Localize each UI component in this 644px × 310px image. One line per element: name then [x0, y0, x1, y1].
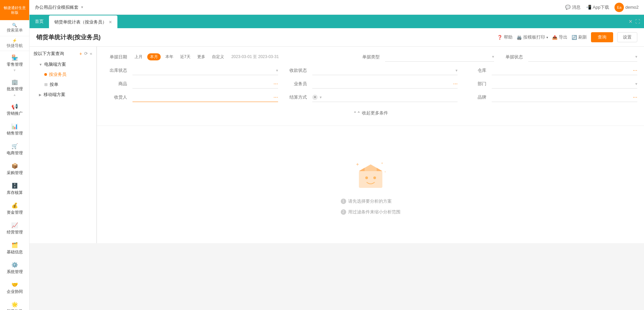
tree-arrow-mobile: ▶ [39, 93, 42, 97]
window-maximize-btn[interactable]: ⛶ [635, 19, 640, 24]
inventory-label: 库存核算 [7, 190, 23, 196]
svg-rect-0 [359, 171, 382, 188]
svg-point-5 [373, 176, 376, 179]
newbie-icon: 🌟 [11, 301, 18, 308]
operation-icon: 📈 [11, 222, 18, 228]
doc-status-dropdown-icon: ▾ [635, 54, 637, 59]
out-status-label: 出库状态 [104, 67, 127, 73]
sidebar-item-retail[interactable]: 🏪 零售管理 ▼ [0, 51, 29, 75]
active-dot-salesperson [44, 73, 47, 76]
tree-item-mobile[interactable]: ▶ 移动端方案 [30, 90, 96, 100]
tab-home[interactable]: 首页 [30, 15, 49, 28]
topbar-title: 办公用品行业模拟账套 [35, 4, 78, 10]
date-tab-lastmonth[interactable]: 上月 [132, 53, 145, 60]
settle-control[interactable]: ✕ ▾ [312, 93, 458, 102]
brand-dots[interactable]: ··· [633, 94, 637, 100]
goods-control[interactable]: ··· [132, 79, 278, 89]
date-tab-thisyear[interactable]: 本年 [163, 53, 175, 60]
app-download-button[interactable]: 📲 App下载 [586, 4, 609, 10]
sidebar-logo: 畅捷通好生意 标版 [0, 0, 29, 20]
warehouse-dots[interactable]: ··· [633, 67, 637, 73]
query-button[interactable]: 查询 [591, 32, 613, 42]
tree-item-by-order[interactable]: ⊞ 按单 [30, 80, 96, 90]
user-menu[interactable]: Ea demo2 [614, 3, 639, 12]
tree-item-by-salesperson[interactable]: 按业务员 [30, 69, 96, 80]
sidebar-item-finance[interactable]: 💰 资金管理 [0, 199, 29, 219]
date-tab-thismonth[interactable]: 本月 [147, 53, 161, 60]
sidebar-item-operation[interactable]: 📈 经营管理 [0, 219, 29, 239]
window-buttons: ✕ ⛶ [629, 19, 644, 24]
collapse-btn[interactable]: ⌃⌃ 收起更多条件 [351, 107, 391, 119]
sidebar-item-sales[interactable]: 📊 销售管理 [0, 120, 29, 140]
ecommerce-icon: 🛒 [11, 143, 18, 149]
out-status-dropdown-icon: ▾ [276, 68, 278, 73]
sales-icon: 📊 [11, 123, 18, 130]
salesperson-control[interactable]: ··· [312, 79, 458, 89]
retail-icon: 🏪 [11, 54, 18, 61]
topbar-dropdown[interactable]: ▾ [81, 5, 83, 9]
pay-status-control[interactable]: ▾ [312, 66, 458, 75]
left-panel: 按以下方案查询 + ⟳ « ▼ 电脑端方案 按业务员 [30, 47, 97, 243]
export-icon: 📤 [552, 35, 557, 40]
msg-icon: 💬 [565, 5, 571, 10]
refresh-label: 刷新 [578, 34, 587, 40]
retail-label: 零售管理 [7, 62, 23, 67]
msg-button[interactable]: 💬 消息 [565, 4, 581, 10]
pay-status-dropdown-icon: ▾ [455, 68, 458, 73]
sidebar-item-system[interactable]: ⚙️ 系统管理 [0, 258, 29, 278]
logo-subtext: 标版 [11, 10, 18, 15]
dept-control[interactable]: ▾ [492, 79, 637, 89]
refresh-btn[interactable]: 🔄 刷新 [572, 34, 587, 40]
sidebar-item-basic[interactable]: 🗂️ 基础信息 [0, 239, 29, 258]
sidebar-item-inventory[interactable]: 🗄️ 库存核算 [0, 179, 29, 199]
date-tabs: 上月 本月 本年 近7天 更多 自定义 2023-03-01 至 2023-03… [132, 53, 351, 60]
date-tab-more[interactable]: 更多 [195, 53, 207, 60]
topbar: 办公用品行业模拟账套 ▾ 💬 消息 📲 App下载 Ea demo2 [30, 0, 644, 15]
tab-sales-stat[interactable]: 销货单统计表（按业务员） ✕ [49, 15, 117, 29]
setting-button[interactable]: 设置 [617, 32, 637, 42]
receiver-dots[interactable]: ··· [273, 94, 278, 100]
sidebar-item-marketing[interactable]: 📢 营销推广 [0, 100, 29, 120]
warehouse-control[interactable]: ··· [492, 66, 637, 75]
goods-dots[interactable]: ··· [273, 81, 278, 87]
date-control: 上月 本月 本年 近7天 更多 自定义 2023-03-01 至 2023-03… [132, 52, 351, 62]
page-actions: ❓ 帮助 🖨️ 按模板打印 ▾ 📤 导出 🔄 刷新 查询 设置 [497, 32, 637, 46]
refresh-scheme-icon[interactable]: ⟳ [84, 51, 88, 56]
filter-row-2: 出库状态 ▾ 收款状态 ▾ 仓库 ··· [104, 66, 637, 75]
add-scheme-icon[interactable]: + [79, 51, 82, 56]
sidebar-item-ecommerce[interactable]: 🛒 电商管理 [0, 140, 29, 159]
doc-type-control[interactable]: ▾ [385, 52, 494, 62]
filter-row-3: 商品 ··· 业务员 ··· 部门 ▾ [104, 79, 637, 89]
sidebar-quicknav[interactable]: ⚡ 快捷导航 [0, 36, 29, 51]
app-label: App下载 [593, 4, 609, 10]
help-btn[interactable]: ❓ 帮助 [497, 34, 513, 40]
dept-label: 部门 [463, 81, 486, 87]
date-tab-custom[interactable]: 自定义 [210, 53, 226, 60]
brand-control[interactable]: ··· [492, 93, 637, 102]
settle-label: 结算方式 [283, 94, 307, 100]
sidebar-item-purchase[interactable]: 📦 采购管理 [0, 159, 29, 179]
sidebar-item-newbie[interactable]: 🌟 新手引导 [0, 298, 29, 310]
username: demo2 [625, 5, 639, 10]
doc-status-control[interactable]: ▾ [528, 52, 637, 62]
sidebar-search[interactable]: 🔍 搜索菜单 [0, 20, 29, 36]
sidebar-item-enterprise[interactable]: 🤝 企业协同 [0, 278, 29, 298]
retail-arrow: ▼ [13, 68, 16, 72]
print-dropdown-icon: ▾ [546, 36, 548, 39]
print-btn[interactable]: 🖨️ 按模板打印 ▾ [517, 34, 548, 40]
finance-icon: 💰 [11, 202, 18, 209]
salesperson-dots[interactable]: ··· [453, 81, 458, 87]
export-btn[interactable]: 📤 导出 [552, 34, 568, 40]
collapse-panel-icon[interactable]: « [90, 51, 92, 56]
collapse-label: 收起更多条件 [362, 110, 388, 116]
out-status-control[interactable]: ▾ [132, 66, 278, 75]
date-tab-7days[interactable]: 近7天 [178, 53, 193, 60]
receiver-control[interactable]: ··· [132, 93, 278, 102]
window-close-btn[interactable]: ✕ [629, 19, 633, 24]
tab-close-icon[interactable]: ✕ [109, 20, 112, 24]
empty-state: ✦ ✦ ✦ 1 请先选择要分析的方案 2 用过滤条件来缩小分析范围 [97, 126, 644, 243]
sidebar-item-wholesale[interactable]: 🏢 批发管理 ▲ [0, 75, 29, 100]
settle-clear-btn[interactable]: ✕ [312, 95, 318, 100]
tabbar: 首页 销货单统计表（按业务员） ✕ ✕ ⛶ [30, 15, 644, 28]
tree-item-desktop[interactable]: ▼ 电脑端方案 [30, 59, 96, 69]
